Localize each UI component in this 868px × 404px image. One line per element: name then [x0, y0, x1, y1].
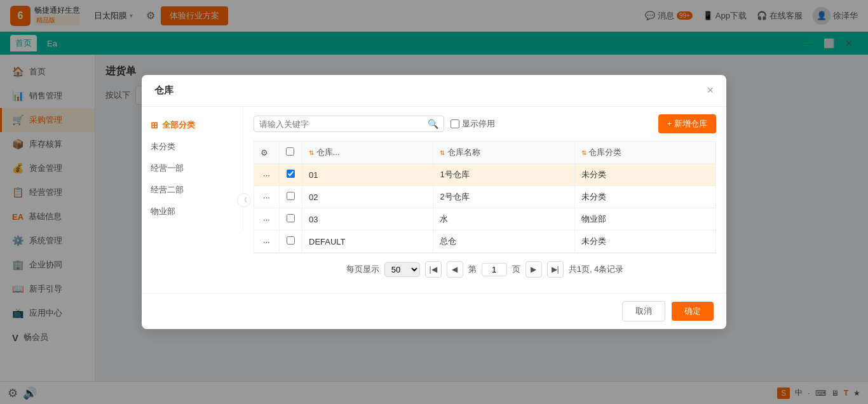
modal-header: 仓库 ×: [142, 75, 726, 107]
show-disabled-label: 显示停用: [462, 118, 495, 130]
search-input[interactable]: [259, 119, 428, 129]
cell-actions: ···: [254, 186, 280, 208]
page-prev-button[interactable]: ◀: [447, 261, 463, 278]
page-input[interactable]: [482, 263, 507, 276]
search-input-wrap: 🔍: [254, 116, 444, 132]
category-unclassified[interactable]: 未分类: [142, 136, 243, 158]
row-checkbox[interactable]: [287, 170, 295, 178]
cell-name: 1号仓库: [433, 164, 574, 186]
row-checkbox[interactable]: [287, 214, 295, 222]
page-next-button[interactable]: ▶: [526, 261, 542, 278]
collapse-sidebar-button[interactable]: 《: [237, 193, 251, 207]
show-disabled-wrap: 显示停用: [451, 118, 495, 130]
modal-footer: 取消 确定: [142, 293, 726, 329]
page-first-button[interactable]: |◀: [425, 261, 442, 278]
table-row[interactable]: ··· 03 水 物业部: [254, 208, 716, 231]
show-disabled-checkbox[interactable]: [451, 119, 459, 128]
modal-category-header: ⊞ 全部分类: [142, 114, 243, 136]
cell-id: DEFAULT: [302, 231, 433, 253]
sort-icon-name: ⇅: [440, 149, 445, 156]
row-checkbox[interactable]: [287, 236, 295, 245]
cell-category: 未分类: [574, 186, 715, 208]
select-all-checkbox[interactable]: [286, 147, 294, 156]
cell-actions: ···: [254, 164, 280, 186]
table-row[interactable]: ··· DEFAULT 总仓 未分类: [254, 231, 716, 253]
page-label-pre: 第: [468, 264, 477, 275]
cell-category: 物业部: [574, 208, 715, 231]
category-ops1[interactable]: 经营一部: [142, 158, 243, 179]
modal-content-area: 🔍 显示停用 + 新增仓库 ⚙: [243, 107, 726, 293]
cell-check[interactable]: [280, 231, 302, 253]
sort-icon-category: ⇅: [581, 149, 587, 156]
cell-name: 总仓: [433, 231, 574, 253]
page-last-button[interactable]: ▶|: [547, 261, 564, 278]
page-total: 共1页, 4条记录: [569, 264, 624, 275]
modal-close-button[interactable]: ×: [707, 84, 714, 97]
cell-id: 01: [302, 164, 433, 186]
table-row[interactable]: ··· 01 1号仓库 未分类: [254, 164, 716, 186]
modal-overlay: 仓库 × ⊞ 全部分类 未分类 经营一部 经营二部 物业部 《: [0, 0, 868, 404]
per-page-select[interactable]: 50 20 100: [384, 262, 420, 277]
cell-actions: ···: [254, 208, 280, 231]
cell-name: 水: [433, 208, 574, 231]
modal-toolbar: 🔍 显示停用 + 新增仓库: [254, 114, 716, 133]
confirm-button[interactable]: 确定: [672, 302, 714, 321]
col-header-name[interactable]: ⇅ 仓库名称: [433, 142, 574, 164]
sort-icon-id: ⇅: [309, 149, 314, 156]
row-checkbox[interactable]: [287, 192, 295, 200]
grid-icon: ⊞: [151, 120, 158, 130]
pagination: 每页显示 50 20 100 |◀ ◀ 第 页 ▶ ▶| 共1页, 4条记录: [254, 253, 716, 285]
category-ops2[interactable]: 经营二部: [142, 179, 243, 201]
per-page-label: 每页显示: [346, 264, 379, 275]
warehouse-modal: 仓库 × ⊞ 全部分类 未分类 经营一部 经营二部 物业部 《: [142, 75, 726, 329]
table-row[interactable]: ··· 02 2号仓库 未分类: [254, 186, 716, 208]
table-container: ⚙ ⇅ 仓库... ⇅ 仓库名称: [254, 141, 716, 253]
cell-check[interactable]: [280, 164, 302, 186]
category-property[interactable]: 物业部: [142, 201, 243, 222]
cell-check[interactable]: [280, 208, 302, 231]
modal-sidebar-wrap: ⊞ 全部分类 未分类 经营一部 经营二部 物业部 《: [142, 107, 243, 293]
add-warehouse-button[interactable]: + 新增仓库: [658, 114, 716, 133]
col-header-gear: ⚙: [254, 142, 280, 164]
warehouse-table: ⚙ ⇅ 仓库... ⇅ 仓库名称: [254, 141, 716, 253]
modal-body: ⊞ 全部分类 未分类 经营一部 经营二部 物业部 《 🔍: [142, 107, 726, 293]
cell-name: 2号仓库: [433, 186, 574, 208]
page-label: 页: [512, 264, 520, 275]
cancel-button[interactable]: 取消: [622, 301, 665, 321]
col-header-check: [280, 142, 302, 164]
cell-category: 未分类: [574, 164, 715, 186]
cell-id: 03: [302, 208, 433, 231]
cell-category: 未分类: [574, 231, 715, 253]
col-header-id[interactable]: ⇅ 仓库...: [302, 142, 433, 164]
cell-actions: ···: [254, 231, 280, 253]
modal-sidebar: ⊞ 全部分类 未分类 经营一部 经营二部 物业部: [142, 107, 243, 230]
modal-title: 仓库: [154, 84, 173, 97]
col-header-category[interactable]: ⇅ 仓库分类: [574, 142, 715, 164]
search-icon: 🔍: [428, 119, 438, 129]
cell-id: 02: [302, 186, 433, 208]
cell-check[interactable]: [280, 186, 302, 208]
